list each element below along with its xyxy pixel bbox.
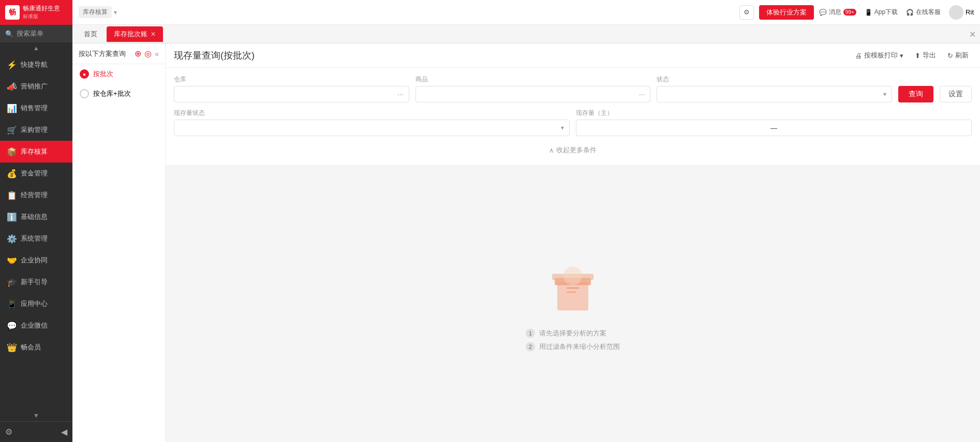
app-version: 标准版 bbox=[23, 13, 60, 20]
export-btn[interactable]: ⬆ 导出 bbox=[912, 49, 939, 62]
app-download-btn[interactable]: 📱 App下载 bbox=[865, 8, 898, 17]
status-input[interactable]: ▾ bbox=[657, 86, 892, 102]
left-panel-header: 按以下方案查询 ⊕ ◎ « bbox=[72, 43, 165, 64]
message-badge: 99+ bbox=[843, 9, 856, 16]
avatar bbox=[949, 5, 963, 20]
gear-icon: ⚙ bbox=[744, 8, 750, 16]
sidebar-item-label: 快捷导航 bbox=[21, 60, 48, 69]
sidebar-item-finance[interactable]: 💰 资金管理 bbox=[0, 163, 72, 184]
message-btn[interactable]: 💬 消息 99+ bbox=[819, 8, 856, 17]
tip-num-1: 1 bbox=[526, 329, 535, 338]
app-logo: 畅 bbox=[5, 5, 20, 20]
stock-status-input[interactable]: ▾ bbox=[174, 120, 570, 136]
topbar-gear-btn[interactable]: ⚙ bbox=[739, 5, 754, 20]
tab-home-label: 首页 bbox=[84, 30, 97, 39]
product-input[interactable]: ··· bbox=[415, 86, 651, 102]
svg-point-3 bbox=[563, 267, 582, 285]
scheme-settings-btn[interactable]: ◎ bbox=[144, 49, 152, 58]
product-ellipsis[interactable]: ··· bbox=[639, 90, 645, 98]
enterprise-icon: 🤝 bbox=[7, 256, 17, 265]
stock-qty-separator: — bbox=[770, 124, 777, 132]
svg-rect-5 bbox=[567, 291, 576, 293]
sidebar-item-enterprise[interactable]: 🤝 企业协同 bbox=[0, 249, 72, 271]
left-panel: 按以下方案查询 ⊕ ◎ « ● 按批次 按仓库+批次 bbox=[72, 43, 166, 442]
page-title-bar: 现存量查询(按批次) 🖨 按模板打印 ▾ ⬆ 导出 ↻ 刷新 bbox=[166, 43, 980, 68]
search-menu[interactable]: 🔍 搜索菜单 bbox=[0, 25, 72, 42]
sidebar-item-apps[interactable]: 📱 应用中心 bbox=[0, 293, 72, 315]
filter-row-2: 现存量状态 ▾ 现存量（主） — bbox=[174, 109, 972, 136]
tip-text-1: 请先选择要分析的方案 bbox=[539, 329, 606, 338]
sidebar-scroll-up[interactable]: ▲ bbox=[0, 42, 72, 54]
stock-status-field: 现存量状态 ▾ bbox=[174, 109, 570, 136]
sidebar-item-system[interactable]: ⚙️ 系统管理 bbox=[0, 228, 72, 249]
inventory-icon: 📦 bbox=[7, 147, 17, 156]
query-btn[interactable]: 查询 bbox=[898, 86, 933, 102]
add-scheme-btn[interactable]: ⊕ bbox=[135, 49, 141, 58]
empty-tip-1: 1 请先选择要分析的方案 bbox=[526, 329, 620, 338]
sidebar-scroll-down[interactable]: ▼ bbox=[0, 410, 72, 421]
sidebar: 畅 畅康通好生意 标准版 🔍 搜索菜单 ▲ ⚡ 快捷导航 📣 营销推广 📊 销售… bbox=[0, 0, 72, 442]
tip-num-2: 2 bbox=[526, 342, 535, 351]
sidebar-item-purchase[interactable]: 🛒 采购管理 bbox=[0, 119, 72, 141]
breadcrumb: 库存核算 ▾ bbox=[79, 6, 734, 18]
warehouse-input[interactable]: ··· bbox=[174, 86, 409, 102]
sidebar-item-member[interactable]: 👑 畅会员 bbox=[0, 336, 72, 358]
print-dropdown-icon[interactable]: ▾ bbox=[900, 52, 903, 60]
breadcrumb-arrow: ▾ bbox=[114, 9, 117, 16]
sidebar-item-label: 畅会员 bbox=[21, 343, 41, 352]
sidebar-item-label: 企业协同 bbox=[21, 256, 48, 265]
stock-qty-max-input[interactable] bbox=[925, 124, 966, 132]
warehouse-ellipsis[interactable]: ··· bbox=[397, 90, 404, 98]
sidebar-item-guide[interactable]: 🎓 新手引导 bbox=[0, 271, 72, 293]
print-btn[interactable]: 🖨 按模板打印 ▾ bbox=[852, 49, 907, 62]
breadcrumb-path: 库存核算 bbox=[79, 6, 112, 18]
sidebar-item-basic[interactable]: ℹ️ 基础信息 bbox=[0, 206, 72, 228]
status-dropdown-icon: ▾ bbox=[883, 91, 886, 98]
refresh-btn[interactable]: ↻ 刷新 bbox=[944, 49, 972, 62]
app-title: 畅康通好生意 bbox=[23, 5, 60, 13]
scheme-dot-active: ● bbox=[80, 69, 89, 79]
scheme-by-batch[interactable]: ● 按批次 bbox=[72, 64, 165, 84]
tab-batch-account[interactable]: 库存批次账 ✕ bbox=[107, 26, 163, 42]
page-title-actions: 🖨 按模板打印 ▾ ⬆ 导出 ↻ 刷新 bbox=[852, 49, 972, 62]
tip-text-2: 用过滤条件来缩小分析范围 bbox=[539, 342, 620, 351]
online-support-label: 在线客服 bbox=[916, 8, 941, 17]
sidebar-item-operation[interactable]: 📋 经营管理 bbox=[0, 184, 72, 206]
sidebar-item-marketing[interactable]: 📣 营销推广 bbox=[0, 76, 72, 97]
system-icon: ⚙️ bbox=[7, 234, 17, 243]
collapse-sidebar-icon[interactable]: ◀ bbox=[61, 427, 67, 437]
collapse-panel-btn[interactable]: « bbox=[155, 50, 159, 58]
collapse-label: 收起更多条件 bbox=[556, 145, 597, 155]
tab-batch-account-label: 库存批次账 bbox=[114, 30, 147, 39]
warehouse-label: 仓库 bbox=[174, 75, 409, 84]
sidebar-item-inventory[interactable]: 📦 库存核算 bbox=[0, 141, 72, 163]
stock-status-label: 现存量状态 bbox=[174, 109, 570, 117]
tab-home[interactable]: 首页 bbox=[77, 26, 105, 42]
settings-icon[interactable]: ⚙ bbox=[5, 427, 12, 437]
trial-btn[interactable]: 体验行业方案 bbox=[759, 5, 814, 20]
basic-icon: ℹ️ bbox=[7, 212, 17, 222]
online-support-btn[interactable]: 🎧 在线客服 bbox=[906, 8, 941, 17]
stock-qty-min-input[interactable] bbox=[582, 124, 623, 132]
sidebar-item-label: 经营管理 bbox=[21, 190, 48, 200]
sidebar-item-label: 资金管理 bbox=[21, 169, 48, 178]
finance-icon: 💰 bbox=[7, 169, 17, 178]
setting-btn[interactable]: 设置 bbox=[940, 86, 972, 102]
search-menu-label: 搜索菜单 bbox=[17, 29, 43, 38]
sidebar-item-quick-nav[interactable]: ⚡ 快捷导航 bbox=[0, 54, 72, 76]
page-content: 按以下方案查询 ⊕ ◎ « ● 按批次 按仓库+批次 现存量查询(按批次) bbox=[72, 43, 980, 442]
tab-close-icon[interactable]: ✕ bbox=[151, 31, 156, 37]
svg-rect-0 bbox=[557, 282, 588, 311]
collapse-more-btn[interactable]: ∧ 收起更多条件 bbox=[174, 142, 972, 158]
tab-panel-close-icon[interactable]: ✕ bbox=[969, 29, 976, 39]
user-menu[interactable]: Rit bbox=[949, 5, 974, 20]
headset-icon: 🎧 bbox=[906, 9, 914, 16]
main-area: 库存核算 ▾ ⚙ 体验行业方案 💬 消息 99+ 📱 App下载 🎧 在线客服 bbox=[72, 0, 980, 442]
scheme-by-warehouse-batch[interactable]: 按仓库+批次 bbox=[72, 84, 165, 104]
operation-icon: 📋 bbox=[7, 190, 17, 200]
wechat-icon: 💬 bbox=[7, 321, 17, 330]
sidebar-item-sales[interactable]: 📊 销售管理 bbox=[0, 97, 72, 119]
search-icon: 🔍 bbox=[5, 30, 13, 38]
export-label: 导出 bbox=[923, 51, 936, 60]
sidebar-item-wechat[interactable]: 💬 企业微信 bbox=[0, 315, 72, 336]
